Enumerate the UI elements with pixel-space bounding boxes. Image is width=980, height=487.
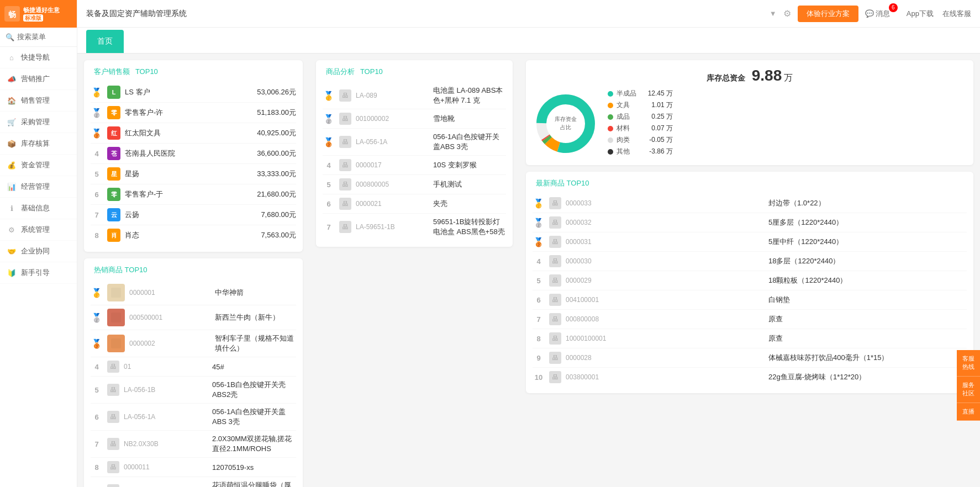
donut-chart: 库存资金 占比 [533, 91, 599, 157]
float-btn-live[interactable]: 直播 [957, 403, 980, 421]
tab-home[interactable]: 首页 [86, 30, 124, 53]
product-thumbnail [107, 335, 125, 352]
legend-color [608, 126, 613, 131]
legend-item: 半成品 12.45 万 [608, 89, 673, 98]
stock-label: 库存总资金 [707, 73, 745, 82]
legend-item: 其他 -3.86 万 [608, 147, 673, 156]
legend-value: 12.45 万 [640, 89, 673, 98]
product-name: 59651-1B旋转投影灯电池盒 ABS黑色+58壳 [433, 217, 506, 237]
product-name: 中华神箭 [215, 288, 296, 298]
stock-card: 库存总资金 9.88 万 [526, 60, 973, 165]
search-menu[interactable]: 🔍 搜索菜单 [0, 28, 77, 47]
rank-number: 8 [91, 231, 103, 240]
float-btn-service[interactable]: 客服 热线 [957, 350, 980, 377]
rank-number: 🥉 [323, 137, 335, 147]
customer-rank-item: 🥉 红 红太阳文具 40,925.00元 [91, 123, 296, 144]
new-product-item: 🥉 品 0000031 5厘中纤（1220*2440） [533, 232, 967, 252]
sidebar-item-guide[interactable]: 🔰 新手引导 [0, 262, 77, 284]
sidebar-item-purchase[interactable]: 🛒 采购管理 [0, 112, 77, 133]
legend-value: 0.25 万 [640, 112, 673, 121]
legend-item: 肉类 -0.05 万 [608, 135, 673, 145]
product-placeholder: 品 [549, 236, 561, 248]
sidebar-item-marketing[interactable]: 📣 营销推广 [0, 68, 77, 90]
legend-value: -3.86 万 [640, 147, 673, 156]
product-placeholder: 品 [339, 221, 351, 233]
rank-number: 🥉 [91, 338, 103, 349]
product-name: 封边带（1.0*22） [768, 198, 967, 208]
rank-number: 🥉 [91, 128, 103, 139]
rank-number: 8 [533, 335, 545, 343]
new-product-item: 9 品 0000028 体械嘉枝味苏打饮品400毫升（1*15） [533, 348, 967, 368]
customer-value: 21,680.00元 [257, 189, 296, 199]
customer-rank-item: 🥇 L LS 客户 53,006.26元 [91, 82, 296, 103]
product-placeholder: 品 [549, 313, 561, 325]
product-placeholder: 品 [339, 113, 351, 125]
product-analysis-card: 商品分析 TOP10 🥇 品 LA-089 电池盖 LA-089 ABS本色+黑… [316, 60, 513, 247]
finance-icon: 💰 [7, 160, 17, 170]
product-name: 12070519-xs [212, 463, 296, 472]
sidebar-item-system[interactable]: ⚙ 系统管理 [0, 219, 77, 241]
float-btn-community[interactable]: 服务 社区 [957, 377, 980, 403]
customer-avatar: 云 [107, 208, 120, 221]
nav-tabs: 首页 [77, 28, 980, 54]
product-name: 22g鱼豆腐-烧烤味（1*12*20） [768, 372, 967, 382]
home-icon: ⌂ [7, 52, 17, 62]
sidebar-item-sales[interactable]: 🏠 销售管理 [0, 90, 77, 112]
product-code: 000800008 [566, 315, 764, 323]
customer-avatar: 星 [107, 167, 120, 181]
rank-number: 7 [533, 315, 545, 324]
float-buttons: 客服 热线 服务 社区 直播 [957, 350, 980, 421]
product-placeholder: 品 [107, 411, 119, 423]
svg-rect-2 [111, 288, 121, 298]
customer-avatar: 苍 [107, 147, 120, 160]
dropdown-arrow[interactable]: ▼ [770, 9, 777, 18]
sidebar-item-collab[interactable]: 🤝 企业协同 [0, 241, 77, 262]
trial-button[interactable]: 体验行业方案 [798, 6, 858, 22]
customer-rank-item: 🥈 零 零售客户-许 51,183.00元 [91, 103, 296, 123]
product-code: 0000021 [356, 200, 429, 208]
message-icon[interactable]: 💬 消息 6 [865, 9, 898, 19]
search-label: 搜索菜单 [17, 32, 46, 42]
sidebar-label-guide: 新手引导 [21, 268, 50, 278]
purchase-icon: 🛒 [7, 117, 17, 127]
hot-product-item: 6 品 LA-056-1A 056-1A白色按键开关盖ABS 3壳 [91, 404, 296, 431]
sidebar-label-marketing: 营销推广 [21, 74, 50, 84]
sidebar-label-system: 系统管理 [21, 225, 50, 235]
legend-color [608, 137, 613, 143]
settings-icon[interactable]: ⚙ [783, 8, 791, 19]
customer-name: 零售客户-许 [125, 108, 252, 118]
legend-color [608, 114, 613, 120]
sidebar-item-quicknav[interactable]: ⌂ 快捷导航 [0, 47, 77, 68]
app-badge: 标准版 [23, 14, 43, 22]
product-name: 体械嘉枝味苏打饮品400毫升（1*15） [768, 353, 967, 363]
customer-name: 云扬 [125, 210, 256, 220]
product-code: 004100001 [566, 296, 764, 304]
customer-rank-item: 6 零 零售客户-于 21,680.00元 [91, 184, 296, 205]
customer-name: 红太阳文具 [125, 128, 252, 138]
customer-rank-item: 8 肖 肖态 7,563.00元 [91, 225, 296, 245]
product-code: 0000033 [566, 199, 764, 207]
product-code: 0000001 [129, 289, 210, 297]
product-code: 000800005 [356, 181, 429, 188]
product-placeholder: 品 [339, 159, 351, 171]
sidebar-item-finance[interactable]: 💰 资金管理 [0, 155, 77, 176]
app-name: 畅捷通好生意 [23, 6, 60, 14]
message-badge: 6 [889, 3, 898, 12]
legend-label: 文具 [617, 100, 636, 110]
online-service-btn[interactable]: 在线客服 [942, 9, 971, 19]
svg-text:占比: 占比 [560, 124, 571, 130]
sidebar-label-info: 基础信息 [21, 203, 50, 213]
customer-value: 53,006.26元 [257, 87, 296, 97]
legend-item: 材料 0.07 万 [608, 124, 673, 133]
customer-name: 零售客户-于 [125, 189, 252, 199]
app-download-btn[interactable]: App下载 [907, 9, 934, 19]
sidebar-item-info[interactable]: ℹ 基础信息 [0, 198, 77, 219]
sidebar-item-operations[interactable]: 📊 经营管理 [0, 176, 77, 198]
product-name: 电池盖 LA-089 ABS本色+黑种 7.1 克 [433, 86, 506, 105]
new-products-card: 最新商品 TOP10 🥇 品 0000033 封边带（1.0*22） 🥈 品 0… [526, 172, 973, 393]
product-thumbnail [107, 309, 125, 326]
rank-number: 10 [533, 373, 545, 382]
hot-product-item: 🥇 0000001 中华神箭 [91, 280, 296, 305]
customer-avatar: 肖 [107, 229, 120, 242]
sidebar-item-inventory[interactable]: 📦 库存核算 [0, 133, 77, 155]
